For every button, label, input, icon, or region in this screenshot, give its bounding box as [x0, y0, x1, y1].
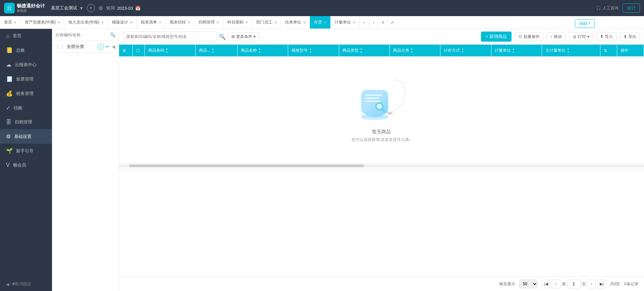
first-page-button[interactable]: |◀ — [542, 280, 550, 288]
tab-period-close[interactable]: 期末结转 × — [166, 16, 195, 29]
category-info-icon[interactable]: i — [98, 44, 104, 50]
add-tab-button[interactable]: + — [87, 4, 95, 12]
product-search-input[interactable] — [123, 32, 217, 42]
col-type[interactable]: 商品类型 ▲▼ — [339, 45, 389, 56]
scroll-track[interactable] — [119, 163, 644, 171]
type-sort[interactable]: ▲▼ — [360, 47, 363, 54]
next-page-button[interactable]: › — [587, 280, 596, 288]
category-search-input[interactable] — [55, 33, 108, 37]
sidebar-item-report[interactable]: ☁ 云报表中心 — [0, 57, 52, 72]
category-search-icon[interactable]: 🔍 — [110, 32, 115, 37]
tab-balance-sheet[interactable]: 资产负债表(中期) × — [21, 16, 64, 29]
col-settings[interactable]: ⚙ — [119, 45, 132, 56]
sidebar-unpin-button[interactable]: ◀ ◀取消固定 — [0, 277, 52, 291]
help-button[interactable]: 🎧 人工咨询 — [596, 5, 619, 11]
col-category[interactable]: 商品分类 ▲▼ — [390, 45, 440, 56]
tab-template[interactable]: 模版设计 × — [108, 16, 137, 29]
export-button[interactable]: ⬇ 导出 — [620, 32, 640, 41]
sidebar-item-member[interactable]: V 畅会员 — [0, 158, 52, 172]
sidebar-item-guide[interactable]: 🌱 新手引导 — [0, 144, 52, 158]
col-checkbox[interactable]: ☐ — [132, 45, 145, 56]
print-button[interactable]: 🖨 打印 ▾ — [569, 32, 593, 41]
category-edit-icon[interactable]: ✏ — [106, 44, 110, 49]
toolbar: 🔍 ⊞ 更多条件 ▾ + 新增商品 ☑ 批量操作 ↕ 移动 — [119, 29, 644, 45]
col-barcode[interactable]: 商品条码 ▲▼ — [145, 45, 195, 56]
sidebar-item-invoice[interactable]: 🧾 发票管理 — [0, 72, 52, 86]
sidebar-item-close[interactable]: ✓ 结账 — [0, 101, 52, 115]
price-sort[interactable]: ▲▼ — [461, 47, 464, 54]
tab-archive-close[interactable]: × — [217, 20, 219, 25]
sidebar-item-settings[interactable]: ⚙ 基础设置 — [0, 129, 52, 144]
search-button[interactable]: 🔍 — [219, 34, 226, 40]
filter-arrow: ▾ — [254, 34, 256, 39]
sidebar-item-ledger[interactable]: 📒 总账 — [0, 43, 52, 57]
col-operations: 操作 — [617, 45, 644, 56]
sidebar-item-home[interactable]: ⌂ 首页 — [0, 29, 52, 43]
tab-balance-sheet-close[interactable]: × — [58, 20, 60, 25]
tab-period-close-x[interactable]: × — [188, 20, 190, 25]
svg-line-2 — [382, 109, 385, 112]
tab-home[interactable]: 首页 × — [0, 16, 21, 29]
add-product-button[interactable]: + 新增商品 — [481, 32, 512, 42]
filter-button[interactable]: ⊞ 更多条件 ▾ — [228, 32, 259, 41]
tab-income[interactable]: 收入支出表(年报) × — [64, 16, 108, 29]
name-sort[interactable]: ▲▼ — [258, 47, 261, 54]
tab-home-close[interactable]: × — [14, 20, 16, 25]
batch-button[interactable]: ☑ 批量操作 — [515, 32, 543, 41]
tab-dept-close[interactable]: × — [274, 20, 277, 25]
tab-subject[interactable]: 科目期初 × — [223, 16, 252, 29]
tab-template-close[interactable]: × — [130, 20, 132, 25]
footer: 每页显示 50 10 20 100 |◀ ‹ 第 页 › ▶| — [119, 277, 644, 291]
tab-partner-close[interactable]: × — [303, 20, 306, 25]
period-selector[interactable]: 账期 2023-03 📅 — [106, 5, 141, 11]
prev-page-button[interactable]: ‹ — [552, 280, 560, 288]
unit-sort[interactable]: ▲▼ — [512, 47, 515, 54]
empty-description: 您可以选择新增,或者直接导入哦~ — [352, 137, 411, 143]
col-price-method[interactable]: 计价方式 ▲▼ — [440, 45, 491, 56]
tab-expand-button[interactable]: ⤢ — [388, 16, 397, 29]
main-unit-sort[interactable]: ▲▼ — [567, 47, 570, 54]
tab-inventory[interactable]: 存货 × — [310, 16, 331, 29]
tab-inventory-close[interactable]: × — [324, 20, 326, 25]
tab-close-all-button[interactable]: × — [378, 16, 388, 29]
spec-sort[interactable]: ▲▼ — [309, 47, 312, 54]
iam-button[interactable]: iAM * — [575, 19, 595, 28]
all-category-label[interactable]: 全部分类 — [67, 44, 96, 50]
col-unit[interactable]: 计量单位 ▲▼ — [491, 45, 542, 56]
category-collapse-icon[interactable]: ◀ — [112, 44, 115, 49]
horizontal-scrollbar[interactable] — [119, 164, 644, 167]
col-code[interactable]: 商品... ▲▼ — [195, 45, 237, 56]
col-main-unit[interactable]: 主计量单位 ▲▼ — [542, 45, 600, 56]
tab-dept[interactable]: 部门员工 × — [252, 16, 281, 29]
tab-tax[interactable]: 税表清单 × — [137, 16, 166, 29]
tab-unit-close[interactable]: × — [353, 20, 355, 25]
tab-income-close[interactable]: × — [101, 20, 104, 25]
col-extra[interactable]: ⇅ — [600, 45, 617, 56]
barcode-sort[interactable]: ▲▼ — [166, 47, 168, 54]
col-name[interactable]: 商品名称 ▲▼ — [237, 45, 288, 56]
tab-unit[interactable]: 计量单位 × — [331, 16, 360, 29]
tab-subject-close[interactable]: × — [246, 20, 248, 25]
code-sort[interactable]: ▲▼ — [212, 47, 214, 54]
company-selector[interactable]: 基层工会测试 ▼ — [51, 5, 84, 11]
move-button[interactable]: ↕ 移动 — [547, 32, 566, 41]
invoice-icon: 🧾 — [6, 76, 13, 82]
last-page-button[interactable]: ▶| — [597, 280, 606, 288]
tab-prev-button[interactable]: ‹ — [360, 16, 369, 29]
page-size-select[interactable]: 50 10 20 100 — [519, 280, 538, 288]
sidebar-item-tax[interactable]: 💰 税务管理 — [0, 86, 52, 101]
drag-icon: ⋮⋮ — [55, 44, 65, 49]
sidebar-item-archive[interactable]: 🗄 归档管理 — [0, 115, 52, 129]
export-label: 导出 — [628, 34, 636, 40]
account-button[interactable]: 会计 — [623, 3, 640, 13]
calendar-icon[interactable]: 📅 — [135, 6, 141, 11]
tab-partner[interactable]: 往来单位 × — [281, 16, 310, 29]
tab-archive[interactable]: 归档管理 × — [195, 16, 223, 29]
settings-icon[interactable]: ⚙ — [98, 5, 103, 11]
import-button[interactable]: ⬆ 导入 — [596, 32, 616, 41]
tab-tax-close[interactable]: × — [159, 20, 161, 25]
page-number-input[interactable] — [567, 280, 581, 288]
col-spec[interactable]: 规格型号 ▲▼ — [288, 45, 339, 56]
tab-next-button[interactable]: › — [369, 16, 378, 29]
category-sort[interactable]: ▲▼ — [411, 47, 413, 54]
